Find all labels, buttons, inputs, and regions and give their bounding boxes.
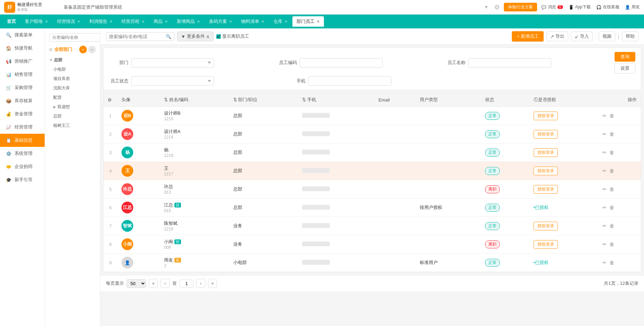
tab-warehouse[interactable]: 仓库 ✕ <box>269 16 292 27</box>
tab-goods[interactable]: 商品 ✕ <box>149 16 172 27</box>
sidebar-item-management[interactable]: 📈 经营管理 <box>0 121 45 134</box>
delete-icon[interactable]: 🗑 <box>609 223 614 229</box>
close-icon[interactable]: ✕ <box>109 19 112 24</box>
delete-icon[interactable]: 🗑 <box>609 131 614 137</box>
col-settings[interactable]: ⚙ <box>103 93 117 107</box>
dept-collapse-btn[interactable]: « <box>88 46 96 53</box>
tab-profit[interactable]: 利润报告 ✕ <box>85 16 117 27</box>
sidebar-item-inventory[interactable]: 📦 库存核算 <box>0 94 45 107</box>
edit-icon[interactable]: ✏ <box>602 205 607 210</box>
dept-select[interactable] <box>131 58 214 68</box>
edit-icon[interactable]: ✏ <box>602 223 607 229</box>
system-title-dropdown[interactable]: ▼ <box>484 5 489 10</box>
first-page-btn[interactable]: « <box>149 279 158 288</box>
tab-history[interactable]: 经营历程 ✕ <box>117 16 149 27</box>
delete-icon[interactable]: 🗑 <box>609 168 614 174</box>
tab-bom[interactable]: 物料清单 ✕ <box>237 16 269 27</box>
dept-all-label[interactable]: 全部部门 <box>54 46 77 53</box>
prev-page-btn[interactable]: ‹ <box>161 279 170 288</box>
next-page-btn[interactable]: › <box>196 279 205 288</box>
app-download-btn[interactable]: 📱 App下载 <box>569 4 591 10</box>
close-icon[interactable]: ✕ <box>261 19 264 24</box>
tab-customer[interactable]: 客户联络 ✕ <box>21 16 52 27</box>
auth-login-btn[interactable]: 授权登录 <box>534 130 558 139</box>
auth-login-btn[interactable]: 授权登录 <box>534 167 558 175</box>
sidebar-item-guide[interactable]: 🎓 新手引导 <box>0 173 45 186</box>
delete-icon[interactable]: 🗑 <box>609 113 614 118</box>
show-resigned-checkbox[interactable]: 显示离职员工 <box>216 33 249 39</box>
tab-barcode[interactable]: 条码方案 ✕ <box>205 16 236 27</box>
online-service-btn[interactable]: 🎧 在线客服 <box>596 4 619 10</box>
auth-login-btn[interactable]: 授权登录 <box>534 222 558 230</box>
set-btn[interactable]: 设置 <box>615 63 635 73</box>
dept-item-distribution[interactable]: 配货 <box>45 93 100 102</box>
sidebar-item-purchase[interactable]: 🛒 采购管理 <box>0 81 45 94</box>
dept-item-dual[interactable]: ▶双虚想 <box>45 102 100 112</box>
dept-search-input[interactable] <box>49 33 100 42</box>
edit-icon[interactable]: ✏ <box>602 260 607 265</box>
sidebar-item-search[interactable]: 🔍 搜索菜单 <box>0 28 45 42</box>
phone-input[interactable] <box>308 76 391 86</box>
sidebar-item-collab[interactable]: 🤝 企业协同 <box>0 160 45 173</box>
dept-add-btn[interactable]: + <box>79 46 87 53</box>
dept-item-small-elec[interactable]: 小电部 <box>45 65 100 74</box>
search-submit-icon[interactable]: 🔍 <box>166 34 171 39</box>
col-name-code[interactable]: ⇅ 姓名/编码 <box>160 93 229 107</box>
close-icon[interactable]: ✕ <box>284 19 288 24</box>
sidebar-item-sales[interactable]: 📊 销售管理 <box>0 68 45 81</box>
message-btn[interactable]: 💬 消息 5 <box>541 4 563 10</box>
export-btn[interactable]: ↗ 导出 <box>546 32 568 41</box>
sidebar-item-basic[interactable]: 📋 基础信息 <box>0 134 45 147</box>
delete-icon[interactable]: 🗑 <box>609 150 614 155</box>
edit-icon[interactable]: ✏ <box>602 186 607 192</box>
tab-add-goods[interactable]: 新增商品 ✕ <box>173 16 204 27</box>
auth-login-btn[interactable]: 授权登录 <box>534 185 558 194</box>
sidebar-item-nav[interactable]: 🏠 快捷导航 <box>0 42 45 55</box>
tab-home[interactable]: 首页 <box>3 16 20 27</box>
tab-business[interactable]: 经营情况 ✕ <box>53 16 84 27</box>
settings-icon[interactable]: ⚙ <box>494 3 500 11</box>
edit-icon[interactable]: ✏ <box>602 113 607 118</box>
sidebar-item-finance[interactable]: 💰 资金管理 <box>0 107 45 121</box>
page-input[interactable] <box>180 280 193 288</box>
page-size-select[interactable]: 50 100 <box>127 279 146 288</box>
delete-icon[interactable]: 🗑 <box>609 260 614 265</box>
video-btn[interactable]: 视频 <box>599 32 615 41</box>
last-page-btn[interactable]: » <box>208 279 217 288</box>
dept-item-hq[interactable]: 总部 <box>45 112 100 121</box>
delete-icon[interactable]: 🗑 <box>609 205 614 210</box>
query-btn[interactable]: 查询 <box>615 52 635 62</box>
delete-icon[interactable]: 🗑 <box>609 186 614 192</box>
user-btn[interactable]: 👤 用友 <box>625 4 640 10</box>
emp-status-select[interactable] <box>131 76 214 86</box>
emp-code-input[interactable] <box>300 58 383 68</box>
delete-icon[interactable]: 🗑 <box>609 241 614 247</box>
col-dept-pos[interactable]: ⇅ 部门/职位 <box>229 93 298 107</box>
close-icon[interactable]: ✕ <box>142 19 145 24</box>
add-employee-btn[interactable]: + 新增员工 <box>512 31 543 42</box>
more-conditions-btn[interactable]: ▼ 更多条件 ∧ <box>177 32 214 41</box>
tab-department[interactable]: 部门员工 ✕ <box>292 16 324 27</box>
close-icon[interactable]: ✕ <box>45 19 48 24</box>
experience-btn[interactable]: 体验行业方案 <box>504 3 537 11</box>
close-icon[interactable]: ✕ <box>229 19 232 24</box>
close-icon[interactable]: ✕ <box>197 19 200 24</box>
auth-login-btn[interactable]: 授权登录 <box>534 112 558 120</box>
help-btn[interactable]: 帮助 <box>622 32 638 41</box>
edit-icon[interactable]: ✏ <box>602 131 607 137</box>
dept-item-zhishu[interactable]: 植树王三 <box>45 121 100 130</box>
emp-name-input[interactable] <box>468 58 551 68</box>
sidebar-item-system[interactable]: ⚙️ 系统管理 <box>0 147 45 160</box>
edit-icon[interactable]: ✏ <box>602 150 607 155</box>
dept-item-shenyang[interactable]: 沈阳大库 <box>45 83 100 93</box>
dept-item-proj-store[interactable]: 项目库房 <box>45 74 100 83</box>
close-icon[interactable]: ✕ <box>317 19 320 24</box>
close-icon[interactable]: ✕ <box>165 19 168 24</box>
close-icon[interactable]: ✕ <box>77 19 80 24</box>
sidebar-item-marketing[interactable]: 📢 营销推广 <box>0 55 45 68</box>
dept-item-general[interactable]: ▼总部 <box>45 55 100 65</box>
auth-login-btn[interactable]: 授权登录 <box>534 148 558 157</box>
edit-icon[interactable]: ✏ <box>602 168 607 174</box>
show-resigned-input[interactable] <box>216 34 221 39</box>
auth-login-btn[interactable]: 授权登录 <box>534 240 558 249</box>
